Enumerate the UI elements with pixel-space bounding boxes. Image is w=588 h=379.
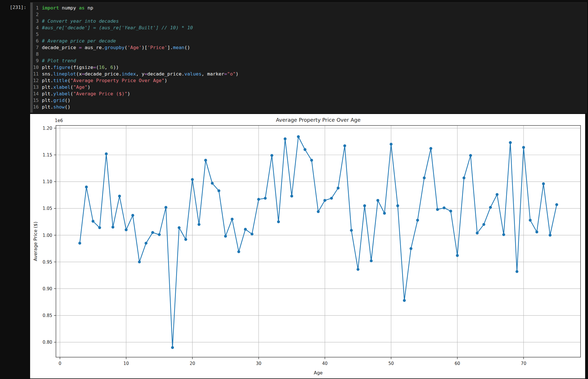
code-line[interactable]: 14plt.ylabel("Average Price ($)")	[33, 90, 587, 97]
code-text: plt.title("Average Property Price Over A…	[42, 77, 167, 84]
line-chart: 0102030405060700.800.850.900.951.001.051…	[30, 114, 585, 378]
y-tick-label: 0.90	[43, 286, 52, 291]
code-editor[interactable]: 1import numpy as np2 3# Convert year int…	[33, 3, 587, 113]
x-tick-label: 40	[322, 361, 328, 366]
cell-execution-prompt: [231]:	[10, 5, 26, 10]
y-tick-label: 1.15	[43, 152, 52, 158]
code-line[interactable]: 4#aus_re['decade'] = (aus_re['Year_Built…	[33, 24, 587, 31]
line-number: 8	[33, 51, 42, 57]
line-number: 16	[33, 104, 42, 110]
code-text: plt.grid()	[42, 97, 70, 104]
x-tick-label: 60	[455, 361, 460, 366]
code-text: sns.lineplot(x=decade_price.index, y=dec…	[42, 71, 239, 77]
y-axis-label: Average Price ($)	[33, 222, 38, 261]
code-text: # Convert year into decades	[42, 18, 119, 24]
line-number: 3	[33, 18, 42, 24]
code-text: # Plot trend	[42, 57, 76, 64]
line-number: 2	[33, 11, 42, 18]
line-number: 6	[33, 38, 42, 44]
code-line[interactable]: 7decade_price = aus_re.groupby('Age')['P…	[33, 44, 587, 51]
line-number: 15	[33, 97, 42, 104]
notebook-page: { "cell": { "prompt": "[231]:", "code_li…	[0, 0, 588, 379]
y-tick-label: 0.80	[43, 340, 52, 345]
code-text: import numpy as np	[42, 5, 93, 11]
line-number: 14	[33, 90, 42, 97]
code-line[interactable]: 8	[33, 51, 587, 57]
y-tick-label: 1.00	[43, 233, 52, 238]
code-line[interactable]: 6# Average price per decade	[33, 38, 587, 44]
y-tick-label: 0.85	[43, 313, 52, 318]
code-line[interactable]: 11sns.lineplot(x=decade_price.index, y=d…	[33, 71, 587, 77]
code-text: #aus_re['decade'] = (aus_re['Year_Built'…	[42, 24, 193, 31]
code-line[interactable]: 15plt.grid()	[33, 97, 587, 104]
line-number: 4	[33, 24, 42, 31]
x-axis-label: Age	[314, 370, 323, 376]
x-tick-label: 0	[59, 361, 61, 366]
code-line[interactable]: 1import numpy as np	[33, 5, 587, 11]
cell-output-area: 0102030405060700.800.850.900.951.001.051…	[30, 114, 585, 378]
line-number: 10	[33, 64, 42, 71]
code-cell[interactable]: 1import numpy as np2 3# Convert year int…	[30, 2, 587, 113]
code-line[interactable]: 5	[33, 31, 587, 38]
code-text: plt.ylabel("Average Price ($)")	[42, 90, 130, 97]
code-text	[42, 51, 45, 57]
line-number: 11	[33, 71, 42, 77]
code-text	[42, 31, 45, 38]
code-text	[42, 11, 45, 18]
code-lines-container: 1import numpy as np2 3# Convert year int…	[33, 5, 587, 110]
code-text: plt.figure(figsize=(16, 6))	[42, 64, 119, 71]
code-line[interactable]: 9# Plot trend	[33, 57, 587, 64]
line-number: 12	[33, 77, 42, 84]
code-line[interactable]: 3# Convert year into decades	[33, 18, 587, 24]
code-text: plt.show()	[42, 104, 70, 110]
axis-offset-text: 1e6	[55, 118, 63, 123]
x-tick-label: 20	[190, 361, 195, 366]
code-line[interactable]: 2	[33, 11, 587, 18]
x-tick-label: 50	[388, 361, 394, 366]
line-number: 13	[33, 84, 42, 90]
x-tick-label: 70	[521, 361, 526, 366]
code-line[interactable]: 13plt.xlabel("Age")	[33, 84, 587, 90]
y-tick-label: 1.10	[43, 179, 52, 184]
chart-title: Average Property Price Over Age	[276, 117, 361, 123]
line-number: 9	[33, 57, 42, 64]
y-tick-label: 0.95	[43, 260, 52, 265]
code-text: plt.xlabel("Age")	[42, 84, 90, 90]
line-number: 7	[33, 44, 42, 51]
code-text: # Average price per decade	[42, 38, 116, 44]
y-tick-label: 1.05	[43, 206, 52, 211]
code-line[interactable]: 12plt.title("Average Property Price Over…	[33, 77, 587, 84]
code-text: decade_price = aus_re.groupby('Age')['Pr…	[42, 44, 190, 51]
x-tick-label: 30	[256, 361, 261, 366]
x-tick-label: 10	[123, 361, 129, 366]
line-number: 1	[33, 5, 42, 11]
y-tick-label: 1.20	[43, 126, 52, 131]
cell-collapser[interactable]	[30, 3, 33, 113]
line-number: 5	[33, 31, 42, 38]
code-line[interactable]: 16plt.show()	[33, 104, 587, 110]
code-line[interactable]: 10plt.figure(figsize=(16, 6))	[33, 64, 587, 71]
